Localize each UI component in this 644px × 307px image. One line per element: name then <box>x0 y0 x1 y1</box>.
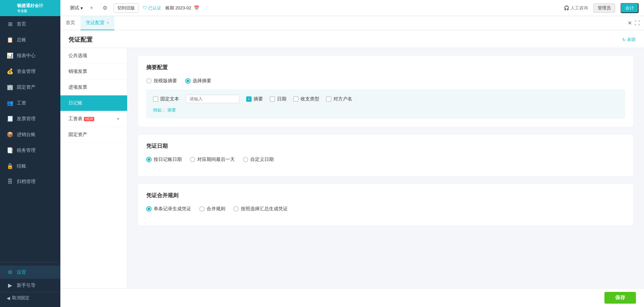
sidebar-item-fixed-assets[interactable]: 🏢固定资产 <box>0 79 60 95</box>
sidebar-item-archive[interactable]: 🗄归档管理 <box>0 174 60 189</box>
income-expense-checkbox-box <box>293 96 299 102</box>
date-radio-period-last-circle <box>190 157 195 162</box>
income-expense-checkbox[interactable]: 收支类型 <box>293 96 319 102</box>
date-radio-custom[interactable]: 自定义日期 <box>243 157 274 163</box>
fixed-text-label: 固定文本 <box>160 96 179 102</box>
date-radio-journal-label: 按日记账日期 <box>154 157 182 163</box>
merge-radio-rules-circle <box>199 206 205 212</box>
sidebar-item-ledger[interactable]: 📋总账 <box>0 32 60 48</box>
abstract-checkbox[interactable]: ✓ 摘要 <box>246 96 263 102</box>
merge-radio-single-circle <box>146 206 152 212</box>
left-nav-item-sales-invoice[interactable]: 销项发票 <box>60 64 127 80</box>
calendar-icon[interactable]: 📅 <box>194 5 199 10</box>
sidebar-icon-ledger: 📋 <box>7 37 13 43</box>
sidebar-item-tax[interactable]: 📑税务管理 <box>0 142 60 158</box>
left-nav-item-fixed-assets-nav[interactable]: 固定资产 <box>60 127 127 143</box>
date-radio-journal-circle <box>146 157 152 162</box>
support-btn[interactable]: 🎧 人工咨询 <box>564 5 588 11</box>
sidebar-icon-fixed-assets: 🏢 <box>7 84 13 90</box>
summary-radio-template-label: 按模版摘要 <box>154 78 177 84</box>
merge-radio-single[interactable]: 单条记录生成凭证 <box>146 206 191 212</box>
sidebar-icon-tax: 📑 <box>7 147 13 154</box>
sidebar-label-fixed-assets: 固定资产 <box>17 84 36 90</box>
expand-icon[interactable]: ⛶ <box>635 20 640 26</box>
page-header: 凭证配置 ↻ 刷新 <box>60 30 644 48</box>
left-nav: 公共选项销项发票进项发票日记账工资表NEW▾固定资产 <box>60 48 127 288</box>
counterpart-label: 对方户名 <box>333 96 352 102</box>
refresh-btn[interactable]: ↻ 刷新 <box>622 37 636 43</box>
unpin-bar[interactable]: ◀ 取消固定 <box>0 292 60 304</box>
tab-close-icon[interactable]: × <box>107 20 109 25</box>
support-label: 人工咨询 <box>571 5 588 11</box>
company-name-btn[interactable]: 测试 ▾ <box>70 5 83 11</box>
merge-radio-select-circle <box>233 206 239 212</box>
sidebar-item-settings[interactable]: ⚙设置 <box>0 266 60 279</box>
date-section: 凭证日期 按日记账日期 对应期间最后一天 自定义日期 <box>138 135 633 176</box>
refresh-icon: ↻ <box>622 37 626 42</box>
sidebar-label-ledger: 总账 <box>17 37 26 43</box>
tab-voucher-label: 凭证配置 <box>86 20 105 26</box>
sidebar-label-payroll: 工资 <box>17 100 26 106</box>
counterpart-checkbox[interactable]: 对方户名 <box>326 96 352 102</box>
example-value: 摘要 <box>167 107 176 113</box>
counterpart-checkbox-box <box>326 96 331 102</box>
summary-title: 摘要配置 <box>146 64 625 71</box>
fixed-text-input[interactable] <box>186 95 239 103</box>
save-button[interactable]: 保存 <box>604 292 636 304</box>
top-center: 测试 ▾ ＋ ⚙ 切到旧版 🛡 已认证 账期 2023-02 📅 <box>60 3 564 13</box>
merge-radio-select[interactable]: 按照选择汇总生成凭证 <box>233 206 288 212</box>
content-layout: 公共选项销项发票进项发票日记账工资表NEW▾固定资产 摘要配置 按模版摘要 选择… <box>60 48 644 288</box>
left-nav-item-payroll-table[interactable]: 工资表NEW▾ <box>60 111 127 127</box>
sidebar-item-purchase-sales[interactable]: 📦进销台账 <box>0 127 60 142</box>
merge-radio-rules[interactable]: 合并规则 <box>199 206 225 212</box>
logo-name: 畅捷通好会计 <box>17 3 43 9</box>
summary-radio-select-circle <box>185 78 191 84</box>
sidebar-item-guide[interactable]: ▶新手引导 <box>0 279 60 292</box>
date-radio-period-last-label: 对应期间最后一天 <box>197 157 235 163</box>
sidebar-icon-closing: 🔒 <box>7 163 13 169</box>
unpin-label: 取消固定 <box>12 295 30 301</box>
sidebar-item-reports[interactable]: 📊报表中心 <box>0 48 60 63</box>
period-label: 账期 <box>165 5 174 10</box>
settings-icon[interactable]: ⚙ <box>100 3 110 13</box>
right-content: 摘要配置 按模版摘要 选择摘要 <box>127 48 644 288</box>
sidebar-icon-purchase-sales: 📦 <box>7 131 13 138</box>
chevron-icon-payroll-table: ▾ <box>117 117 119 121</box>
tab-voucher-config[interactable]: 凭证配置 × <box>80 16 114 30</box>
left-nav-item-public[interactable]: 公共选项 <box>60 48 127 64</box>
summary-radio-template[interactable]: 按模版摘要 <box>146 78 177 84</box>
add-icon[interactable]: ＋ <box>87 3 96 13</box>
sidebar-item-payroll[interactable]: 👥工资 <box>0 95 60 111</box>
company-name-text: 测试 <box>70 5 79 11</box>
tab-home-label: 首页 <box>66 20 75 26</box>
left-nav-item-purchase-invoice[interactable]: 进项发票 <box>60 80 127 95</box>
sidebar-icon-home: ⊞ <box>7 21 13 27</box>
sidebar-icon-guide: ▶ <box>7 282 13 289</box>
switch-btn[interactable]: 切到旧版 <box>114 3 139 13</box>
sidebar-label-invoice: 发票管理 <box>17 116 36 122</box>
summary-radio-select[interactable]: 选择摘要 <box>185 78 211 84</box>
left-nav-item-journal[interactable]: 日记账 <box>60 95 127 111</box>
date-checkbox-box <box>270 96 275 102</box>
tab-home[interactable]: 首页 <box>60 16 80 30</box>
sidebar-icon-settings: ⚙ <box>7 269 13 275</box>
merge-radio-rules-label: 合并规则 <box>207 206 225 212</box>
top-bar: 畅捷通好会计 专业版 测试 ▾ ＋ ⚙ 切到旧版 🛡 已认证 账期 2023-0… <box>0 0 644 16</box>
date-radio-custom-label: 自定义日期 <box>250 157 274 163</box>
date-radio-journal[interactable]: 按日记账日期 <box>146 157 182 163</box>
sidebar-item-invoice[interactable]: 🧾发票管理 <box>0 111 60 127</box>
left-nav-label-payroll-table: 工资表 <box>68 116 83 121</box>
summary-radio-group: 按模版摘要 选择摘要 <box>146 78 625 84</box>
admin-btn[interactable]: 管理员 <box>593 3 615 13</box>
sidebar-item-closing[interactable]: 🔒结账 <box>0 158 60 174</box>
sidebar-item-funds[interactable]: 💰资金管理 <box>0 63 60 79</box>
example-prefix: 例如： <box>153 107 166 113</box>
date-checkbox[interactable]: 日期 <box>270 96 286 102</box>
abstract-checkbox-box: ✓ <box>246 96 252 102</box>
date-radio-period-last[interactable]: 对应期间最后一天 <box>190 157 235 163</box>
summary-options-box: 固定文本 ✓ 摘要 日期 <box>146 89 625 119</box>
sidebar-item-home[interactable]: ⊞首页 <box>0 16 60 32</box>
role-btn[interactable]: 会计 <box>621 3 639 13</box>
fixed-text-checkbox[interactable]: 固定文本 <box>153 96 179 102</box>
close-window-icon[interactable]: ✕ <box>628 20 632 26</box>
